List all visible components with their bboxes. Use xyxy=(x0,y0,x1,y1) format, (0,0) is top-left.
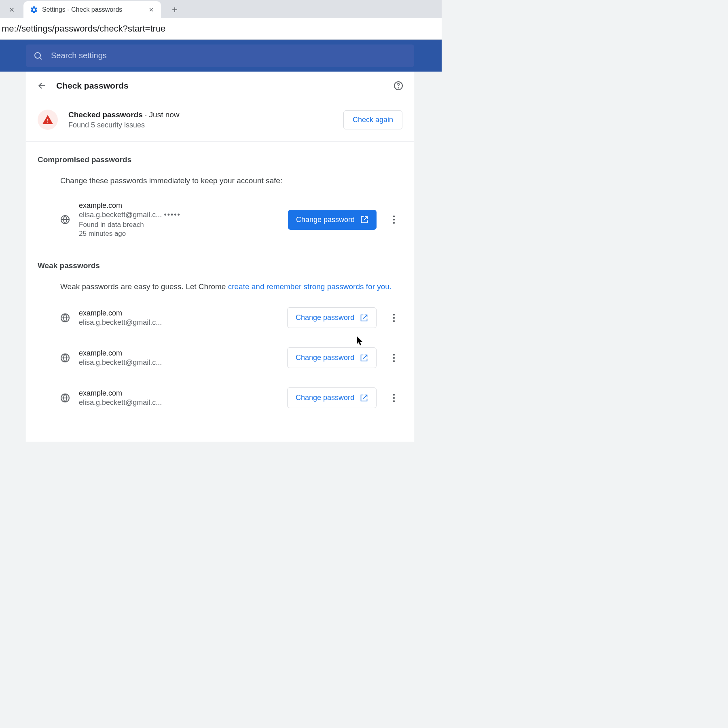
more-menu-icon[interactable] xyxy=(385,212,402,227)
card-header: Check passwords xyxy=(26,72,414,102)
settings-top-bar xyxy=(0,40,442,72)
more-menu-icon[interactable] xyxy=(385,390,402,406)
gear-icon xyxy=(30,6,38,14)
browser-tab[interactable]: Settings - Check passwords xyxy=(23,1,161,18)
settings-card: Check passwords Checked passwords · Just… xyxy=(26,72,414,442)
weak-section: Weak passwords Weak passwords are easy t… xyxy=(26,245,414,415)
change-password-button[interactable]: Change password xyxy=(287,387,377,408)
email: elisa.g.beckett@gmail.c... xyxy=(79,318,162,327)
address-bar[interactable] xyxy=(0,18,442,40)
svg-point-5 xyxy=(393,219,395,220)
status-time: Just now xyxy=(149,110,180,119)
site-name: example.com xyxy=(79,389,162,398)
warning-icon xyxy=(38,110,58,130)
svg-point-12 xyxy=(393,353,395,355)
email: elisa.g.beckett@gmail.c... xyxy=(79,398,162,407)
svg-point-8 xyxy=(393,313,395,315)
svg-point-4 xyxy=(393,216,395,217)
globe-icon xyxy=(60,215,70,224)
pw-info: example.com elisa.g.beckett@gmail.c... •… xyxy=(79,201,181,238)
svg-point-17 xyxy=(393,397,395,398)
svg-point-0 xyxy=(35,53,40,58)
status-row: Checked passwords · Just now Found 5 sec… xyxy=(26,102,414,142)
back-arrow-icon[interactable] xyxy=(37,80,47,91)
compromised-subtext: Change these passwords immediately to ke… xyxy=(60,176,402,185)
svg-point-16 xyxy=(393,394,395,395)
help-icon[interactable] xyxy=(394,81,403,91)
site-name: example.com xyxy=(79,349,162,358)
change-password-button[interactable]: Change password xyxy=(288,210,377,230)
prev-tab-close-icon[interactable] xyxy=(0,1,23,18)
weak-subtext: Weak passwords are easy to guess. Let Ch… xyxy=(60,282,402,291)
svg-point-14 xyxy=(393,360,395,362)
weak-row: example.com elisa.g.beckett@gmail.c... C… xyxy=(38,303,402,332)
email: elisa.g.beckett@gmail.c... xyxy=(79,358,162,367)
open-external-icon xyxy=(360,314,368,322)
more-menu-icon[interactable] xyxy=(385,310,402,326)
new-tab-button[interactable] xyxy=(167,1,183,18)
svg-point-10 xyxy=(393,320,395,322)
tabstrip: Settings - Check passwords xyxy=(0,0,442,18)
compromised-heading: Compromised passwords xyxy=(38,155,402,164)
close-tab-icon[interactable] xyxy=(148,6,154,13)
compromised-section: Compromised passwords Change these passw… xyxy=(26,142,414,245)
open-external-icon xyxy=(360,354,368,362)
breach-time: 25 minutes ago xyxy=(79,230,181,238)
settings-search[interactable] xyxy=(26,44,414,67)
breach-reason: Found in data breach xyxy=(79,221,181,229)
pw-info: example.com elisa.g.beckett@gmail.c... xyxy=(79,309,162,327)
svg-point-18 xyxy=(393,400,395,402)
page-title: Check passwords xyxy=(56,81,385,91)
svg-point-13 xyxy=(393,357,395,358)
search-input[interactable] xyxy=(51,51,407,60)
weak-heading: Weak passwords xyxy=(38,261,402,270)
url-input[interactable] xyxy=(2,23,440,34)
email: elisa.g.beckett@gmail.c... xyxy=(79,211,162,219)
tab-title: Settings - Check passwords xyxy=(42,6,144,13)
compromised-row: example.com elisa.g.beckett@gmail.c... •… xyxy=(38,197,402,242)
site-name: example.com xyxy=(79,309,162,317)
more-menu-icon[interactable] xyxy=(385,350,402,366)
status-detail: Found 5 security issues xyxy=(68,121,180,129)
globe-icon xyxy=(60,313,70,323)
change-password-button[interactable]: Change password xyxy=(287,347,377,368)
check-again-button[interactable]: Check again xyxy=(343,110,402,129)
globe-icon xyxy=(60,393,70,403)
strong-passwords-link[interactable]: create and remember strong passwords for… xyxy=(228,282,392,291)
open-external-icon xyxy=(360,394,368,402)
svg-point-2 xyxy=(398,88,399,88)
site-name: example.com xyxy=(79,201,181,210)
svg-point-9 xyxy=(393,317,395,318)
weak-row: example.com elisa.g.beckett@gmail.c... C… xyxy=(38,343,402,372)
password-dots: ••••• xyxy=(164,211,181,219)
svg-point-6 xyxy=(393,222,395,224)
status-title: Checked passwords xyxy=(68,110,143,119)
globe-icon xyxy=(60,353,70,363)
pw-info: example.com elisa.g.beckett@gmail.c... xyxy=(79,349,162,367)
weak-row: example.com elisa.g.beckett@gmail.c... C… xyxy=(38,383,402,412)
page-body: Check passwords Checked passwords · Just… xyxy=(0,72,442,442)
status-text: Checked passwords · Just now Found 5 sec… xyxy=(68,110,180,129)
pw-info: example.com elisa.g.beckett@gmail.c... xyxy=(79,389,162,407)
change-password-button[interactable]: Change password xyxy=(287,307,377,328)
open-external-icon xyxy=(360,216,368,224)
